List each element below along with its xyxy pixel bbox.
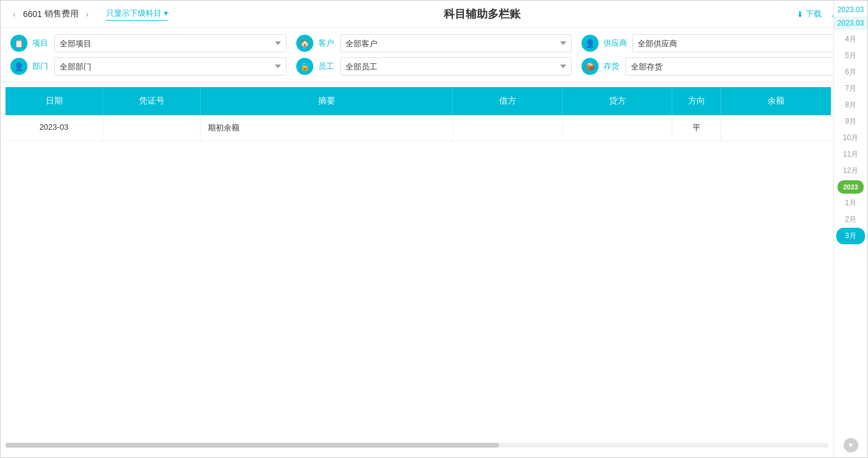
cell-date: 2023-03 xyxy=(5,115,103,141)
col-balance: 余额 xyxy=(721,87,831,115)
inventory-label: 存货 xyxy=(603,61,621,72)
filter-department: 👤 部门 全部部门 xyxy=(10,57,286,76)
cell-debit xyxy=(453,115,563,141)
download-icon: ⬇ xyxy=(797,10,803,19)
filter-supplier: 👤 供应商 全部供应商 xyxy=(582,34,858,52)
timeline-8month[interactable]: 8月 xyxy=(834,97,867,113)
page-title: 科目辅助多栏账 xyxy=(173,7,792,21)
project-label: 项目 xyxy=(32,38,49,49)
employee-select[interactable]: 全部员工 xyxy=(340,57,572,76)
timeline-2month[interactable]: 2月 xyxy=(834,211,867,228)
timeline-year-2023[interactable]: 2023 xyxy=(838,180,864,194)
timeline-9month[interactable]: 9月 xyxy=(834,113,867,130)
cell-credit xyxy=(563,115,672,141)
timeline-top-year: 2023.03 xyxy=(838,5,864,14)
customer-icon: 🏠 xyxy=(296,35,313,52)
timeline-5month[interactable]: 5月 xyxy=(834,48,867,64)
scroll-area xyxy=(5,443,828,448)
download-button[interactable]: ⬇ 下载 xyxy=(797,9,822,19)
main-window: ‹ 6601 销售费用 › 只显示下级科目 ▾ 科目辅助多栏账 ⬇ 下载 🖨 打… xyxy=(0,0,868,458)
supplier-label: 供应商 xyxy=(603,38,627,49)
customer-select[interactable]: 全部客户 xyxy=(340,34,572,52)
timeline-12month[interactable]: 12月 xyxy=(834,163,867,179)
customer-label: 客户 xyxy=(318,38,335,49)
filter-area: 📋 项目 全部项目 🏠 客户 全部客户 👤 供应商 全部供应商 👤 部门 全 xyxy=(1,28,867,82)
table-header: 日期 凭证号 摘要 借方 贷方 方向 余额 xyxy=(5,87,831,115)
timeline-6month[interactable]: 6月 xyxy=(834,64,867,80)
timeline-4month[interactable]: 4月 xyxy=(834,31,867,48)
table-container: 日期 凭证号 摘要 借方 贷方 方向 余额 2023-03 期初余额 平 xyxy=(5,87,831,141)
timeline-11month[interactable]: 11月 xyxy=(834,146,867,163)
h-scrollbar[interactable] xyxy=(5,443,828,448)
filter-employee: 🔒 员工 全部员工 xyxy=(296,57,572,76)
col-direction: 方向 xyxy=(672,87,721,115)
filter-inventory: 📦 存货 全部存货 xyxy=(582,57,858,76)
employee-label: 员工 xyxy=(318,61,335,72)
department-label: 部门 xyxy=(32,61,49,72)
chevron-down-icon: ▾ xyxy=(164,9,168,18)
inventory-select[interactable]: 全部存货 xyxy=(625,57,858,76)
cell-balance xyxy=(721,115,831,141)
cell-summary: 期初余额 xyxy=(201,115,453,141)
cell-voucher xyxy=(103,115,201,141)
supplier-select[interactable]: 全部供应商 xyxy=(632,34,858,52)
col-credit: 贷方 xyxy=(563,87,672,115)
department-icon: 👤 xyxy=(10,58,27,75)
timeline-highlight[interactable]: 2023.03 xyxy=(834,16,867,30)
table-body: 2023-03 期初余额 平 xyxy=(5,115,831,141)
prev-arrow[interactable]: ‹ xyxy=(10,8,18,20)
top-bar: ‹ 6601 销售费用 › 只显示下级科目 ▾ 科目辅助多栏账 ⬇ 下载 🖨 打… xyxy=(1,1,867,28)
timeline-3month-selected[interactable]: 3月 xyxy=(836,228,865,244)
filter-customer: 🏠 客户 全部客户 xyxy=(296,34,572,52)
show-sub-label: 只显示下级科目 xyxy=(106,8,162,19)
employee-icon: 🔒 xyxy=(296,58,313,75)
next-arrow[interactable]: › xyxy=(84,8,91,20)
timeline-panel: 2023.03 2023.03 4月 5月 6月 7月 8月 9月 10月 11… xyxy=(833,1,867,457)
timeline-7month[interactable]: 7月 xyxy=(834,80,867,97)
cell-direction: 平 xyxy=(672,115,721,141)
show-sub-dropdown[interactable]: 只显示下级科目 ▾ xyxy=(106,8,168,21)
supplier-icon: 👤 xyxy=(582,35,599,52)
filter-project: 📋 项目 全部项目 xyxy=(10,34,286,52)
timeline-10month[interactable]: 10月 xyxy=(834,130,867,146)
account-name: 销售费用 xyxy=(44,9,79,19)
project-select[interactable]: 全部项目 xyxy=(54,34,286,52)
timeline-down-arrow[interactable]: ▼ xyxy=(844,438,858,453)
table-row: 2023-03 期初余额 平 xyxy=(5,115,831,141)
account-code-box: 6601 销售费用 xyxy=(23,9,79,19)
download-label: 下载 xyxy=(806,9,822,19)
department-select[interactable]: 全部部门 xyxy=(54,57,286,76)
col-debit: 借方 xyxy=(453,87,563,115)
timeline-1month[interactable]: 1月 xyxy=(834,195,867,211)
col-summary: 摘要 xyxy=(201,87,453,115)
col-date: 日期 xyxy=(5,87,103,115)
inventory-icon: 📦 xyxy=(582,58,599,75)
h-scrollbar-thumb[interactable] xyxy=(5,443,499,448)
project-icon: 📋 xyxy=(10,35,27,52)
col-voucher: 凭证号 xyxy=(103,87,201,115)
account-code: 6601 xyxy=(23,9,42,19)
